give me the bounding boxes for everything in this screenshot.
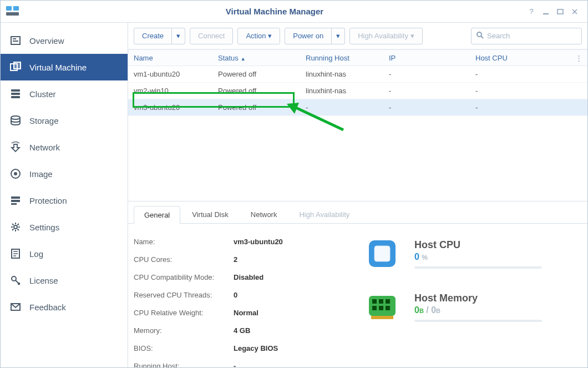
svg-line-30 [481, 36, 483, 38]
tab-network[interactable]: Network [240, 205, 288, 223]
license-icon [9, 274, 22, 286]
sidebar-item-overview[interactable]: Overview [1, 27, 128, 54]
column-header-status[interactable]: Status▲ [218, 54, 306, 62]
tab-high-availability[interactable]: High Availability [288, 205, 360, 223]
sidebar-item-virtual-machine[interactable]: Virtual Machine [1, 54, 128, 80]
settings-icon [9, 221, 22, 233]
search-input[interactable] [487, 32, 580, 40]
detail-metrics: Host CPU 0 % [356, 233, 582, 367]
svg-rect-8 [13, 38, 16, 39]
metric-bar [414, 320, 542, 322]
sidebar-item-label: Settings [29, 223, 59, 232]
prop-value: Normal [234, 309, 258, 317]
ha-button[interactable]: High Availability ▾ [349, 28, 422, 44]
prop-label: Name: [134, 238, 234, 246]
prop-value: 2 [234, 255, 237, 264]
log-icon [9, 248, 22, 260]
column-header-ip[interactable]: IP [389, 54, 475, 62]
sidebar-item-feedback[interactable]: Feedback [1, 294, 128, 320]
create-button[interactable]: Create [134, 28, 172, 44]
prop-label: CPU Cores: [134, 255, 234, 264]
sidebar-item-storage[interactable]: Storage [1, 107, 128, 134]
cpu-icon [367, 238, 398, 269]
minimize-button[interactable] [539, 4, 553, 19]
column-header-cpu[interactable]: Host CPU [475, 54, 575, 62]
sidebar-item-label: Image [29, 169, 53, 179]
sidebar-item-protection[interactable]: Protection [1, 187, 128, 214]
metric-bar [414, 266, 542, 269]
chevron-down-icon: ▾ [268, 32, 272, 40]
svg-point-18 [14, 172, 17, 175]
svg-point-29 [477, 32, 481, 37]
sidebar-item-label: Overview [29, 36, 64, 46]
svg-rect-37 [372, 306, 377, 310]
detail-tabs: General Virtual Disk Network High Availa… [128, 201, 587, 224]
column-menu-button[interactable]: ⋮ [575, 54, 582, 62]
tab-general[interactable]: General [134, 206, 180, 224]
svg-rect-11 [14, 62, 21, 69]
sort-asc-icon: ▲ [241, 56, 246, 62]
sidebar-item-label: Protection [29, 196, 67, 205]
svg-rect-20 [11, 200, 20, 202]
prop-value: vm3-ubuntu20 [234, 238, 283, 246]
metric-label: Host CPU [414, 239, 542, 251]
svg-rect-2 [6, 12, 19, 16]
close-button[interactable] [567, 4, 582, 19]
svg-rect-9 [13, 41, 18, 42]
sidebar-item-log[interactable]: Log [1, 240, 128, 267]
sidebar-item-settings[interactable]: Settings [1, 214, 128, 240]
svg-rect-4 [557, 9, 563, 14]
table-row[interactable]: vm3-ubuntu20 Powered off - - - [128, 99, 587, 116]
metric-value: 0B / 0B [414, 305, 542, 315]
metric-value: 0 % [414, 252, 542, 262]
svg-rect-40 [371, 316, 393, 319]
svg-rect-1 [13, 6, 19, 11]
chevron-down-icon: ▾ [410, 32, 414, 40]
search-icon [476, 31, 484, 41]
svg-rect-14 [11, 93, 20, 95]
tab-virtual-disk[interactable]: Virtual Disk [181, 205, 239, 223]
sidebar-item-label: Virtual Machine [29, 63, 87, 72]
sidebar-item-image[interactable]: Image [1, 160, 128, 187]
overview-icon [9, 34, 22, 47]
chevron-down-icon: ▾ [336, 32, 340, 40]
prop-label: CPU Compatibility Mode: [134, 273, 234, 281]
sidebar-item-network[interactable]: Network [1, 134, 128, 160]
action-button[interactable]: Action ▾ [237, 28, 280, 44]
create-dropdown[interactable]: ▾ [172, 28, 185, 44]
sidebar-item-label: Cluster [29, 89, 56, 99]
column-header-host[interactable]: Running Host [306, 54, 389, 62]
svg-point-22 [14, 225, 17, 229]
svg-rect-39 [386, 306, 390, 310]
svg-point-27 [12, 276, 16, 281]
prop-label: BIOS: [134, 344, 234, 352]
table-row[interactable]: vm2-win10 Powered off linuxhint-nas - - [128, 83, 587, 99]
svg-rect-34 [372, 299, 377, 304]
toolbar: Create ▾ Connect Action ▾ Power on ▾ Hig… [128, 23, 587, 49]
detail-properties: Name:vm3-ubuntu20 CPU Cores:2 CPU Compat… [134, 233, 356, 367]
column-header-name[interactable]: Name [134, 54, 218, 62]
power-button[interactable]: Power on [285, 28, 332, 44]
table-row[interactable]: vm1-ubuntu20 Powered off linuxhint-nas -… [128, 66, 587, 83]
table-header: Name Status▲ Running Host IP Host CPU ⋮ [128, 49, 587, 66]
sidebar-item-cluster[interactable]: Cluster [1, 80, 128, 107]
storage-icon [9, 114, 22, 127]
protection-icon [9, 194, 22, 206]
window-title: Virtual Machine Manager [25, 7, 524, 16]
prop-value: Legacy BIOS [234, 344, 278, 352]
cluster-icon [9, 88, 22, 100]
prop-value: 4 GB [234, 326, 250, 335]
prop-label: Running Host: [134, 362, 234, 368]
maximize-button[interactable] [553, 4, 567, 19]
connect-button[interactable]: Connect [190, 28, 233, 44]
help-button[interactable]: ? [524, 4, 539, 19]
power-dropdown[interactable]: ▾ [332, 28, 345, 44]
prop-label: CPU Relative Weight: [134, 309, 234, 317]
prop-value: Disabled [234, 273, 263, 281]
sidebar-item-label: Storage [29, 116, 59, 125]
sidebar-item-license[interactable]: License [1, 267, 128, 294]
memory-icon [367, 291, 398, 322]
search-box[interactable] [471, 28, 582, 44]
svg-rect-35 [379, 299, 383, 304]
svg-point-16 [11, 116, 20, 119]
